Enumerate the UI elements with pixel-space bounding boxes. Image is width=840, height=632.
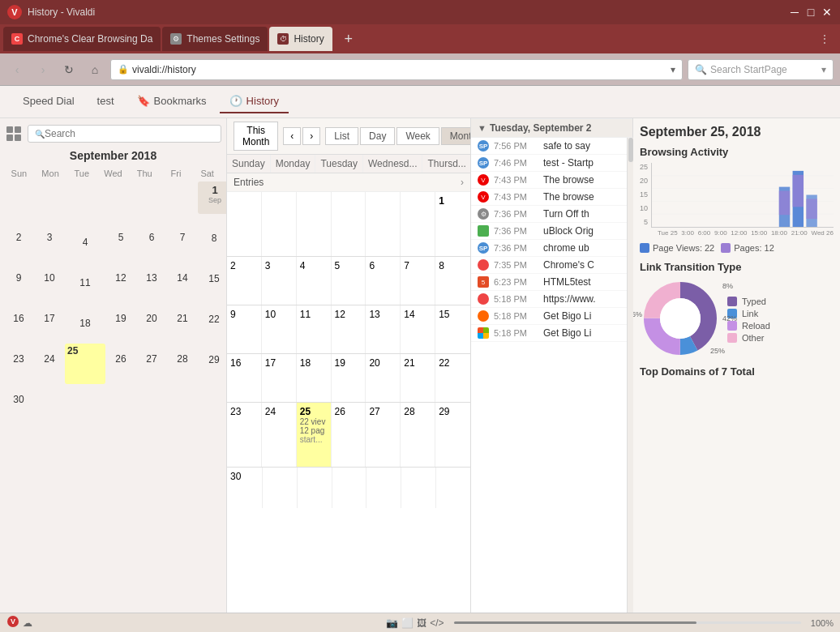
week-cell-12[interactable]: 12 bbox=[332, 305, 366, 353]
entry-item-10[interactable]: 5:18 PM https://www. bbox=[471, 291, 632, 308]
entry-item-5[interactable]: ⚙ 7:36 PM Turn Off th bbox=[471, 206, 632, 223]
week-cell-6[interactable]: 6 bbox=[366, 257, 401, 305]
week-cell-9[interactable]: 9 bbox=[227, 305, 262, 353]
week-cell-5[interactable]: 5 bbox=[332, 257, 366, 305]
week-cell-14[interactable]: 14 bbox=[401, 305, 435, 353]
url-dropdown-icon[interactable]: ▾ bbox=[671, 64, 675, 75]
prev-month-button[interactable]: ‹ bbox=[283, 127, 301, 145]
nav-tab-history[interactable]: 🕐 History bbox=[220, 90, 289, 113]
week-cell-20[interactable]: 20 bbox=[366, 354, 401, 402]
week-cell-30[interactable]: 30 bbox=[227, 468, 262, 508]
list-view-button[interactable]: List bbox=[325, 127, 358, 145]
week-cell-15[interactable]: 15 bbox=[435, 305, 470, 353]
cal-cell-19[interactable]: 19 bbox=[105, 303, 136, 334]
code-icon[interactable]: </> bbox=[430, 617, 444, 629]
cloud-icon[interactable]: ☁ bbox=[23, 617, 32, 629]
cal-cell-25[interactable]: 25 bbox=[65, 344, 105, 384]
week-cell-7[interactable]: 7 bbox=[401, 257, 435, 305]
entry-item-6[interactable]: 7:36 PM uBlock Orig bbox=[471, 223, 632, 240]
grid-view-icon[interactable] bbox=[5, 125, 23, 143]
cal-cell-1[interactable]: 1 Sep bbox=[198, 181, 227, 214]
minimize-button[interactable]: ─ bbox=[788, 6, 801, 19]
cal-cell-24[interactable]: 24 bbox=[34, 344, 65, 374]
cal-cell-2[interactable]: 2 bbox=[3, 222, 34, 253]
month-view-button[interactable]: Month bbox=[441, 127, 471, 145]
forward-button[interactable]: › bbox=[32, 59, 54, 80]
week-cell-1[interactable]: 1 bbox=[435, 192, 470, 256]
week-cell-25[interactable]: 25 22 viev 12 pag start... bbox=[297, 403, 332, 467]
week-view-button[interactable]: Week bbox=[396, 127, 439, 145]
week-cell-8[interactable]: 8 bbox=[435, 257, 470, 305]
cal-cell-10[interactable]: 10 bbox=[34, 263, 65, 293]
window-icon[interactable]: ⬜ bbox=[401, 617, 414, 629]
vivaldi-bottom-icon[interactable]: V bbox=[6, 615, 19, 630]
entry-item-9[interactable]: 5 6:23 PM HTML5test bbox=[471, 274, 632, 291]
entry-item-2[interactable]: SP 7:46 PM test - Startp bbox=[471, 155, 632, 172]
reload-button[interactable]: ↻ bbox=[58, 59, 79, 80]
history-search-input[interactable] bbox=[45, 128, 214, 139]
cal-cell-20[interactable]: 20 bbox=[136, 303, 167, 334]
cal-cell-15[interactable]: 15 bbox=[198, 263, 227, 295]
cal-cell-29[interactable]: 29 bbox=[198, 344, 227, 376]
cal-cell-3[interactable]: 3 bbox=[34, 222, 65, 253]
cal-cell-4[interactable]: 4 bbox=[65, 222, 105, 263]
week-cell-13[interactable]: 13 bbox=[366, 305, 401, 353]
nav-tab-speed-dial[interactable]: Speed Dial bbox=[13, 90, 84, 113]
cal-cell-23[interactable]: 23 bbox=[3, 344, 34, 374]
cal-cell-18[interactable]: 18 bbox=[65, 303, 105, 344]
close-button[interactable]: ✕ bbox=[821, 6, 834, 19]
search-bar[interactable]: 🔍 Search StartPage ▾ bbox=[688, 59, 834, 80]
maximize-button[interactable]: □ bbox=[804, 6, 817, 19]
cal-cell-5[interactable]: 5 bbox=[105, 222, 136, 253]
nav-tab-bookmarks[interactable]: 🔖 Bookmarks bbox=[127, 90, 216, 113]
url-bar[interactable]: 🔒 vivaldi://history ▾ bbox=[110, 59, 683, 80]
next-month-button[interactable]: › bbox=[302, 127, 320, 145]
image-icon[interactable]: 🖼 bbox=[417, 617, 426, 629]
tab-chrome-clear[interactable]: C Chrome's Clear Browsing Da bbox=[3, 27, 161, 51]
cal-cell-26[interactable]: 26 bbox=[105, 344, 136, 374]
nav-tab-test[interactable]: test bbox=[88, 90, 124, 113]
cal-cell-9[interactable]: 9 bbox=[3, 263, 34, 293]
cal-cell-8[interactable]: 8 bbox=[198, 222, 227, 254]
week-cell-29[interactable]: 29 bbox=[435, 403, 470, 467]
entry-item-3[interactable]: V 7:43 PM The browse bbox=[471, 172, 632, 189]
week-cell-24[interactable]: 24 bbox=[262, 403, 297, 467]
week-cell-27[interactable]: 27 bbox=[366, 403, 401, 467]
cal-cell-13[interactable]: 13 bbox=[136, 263, 167, 293]
week-cell-4[interactable]: 4 bbox=[297, 257, 332, 305]
entry-item-4[interactable]: V 7:43 PM The browse bbox=[471, 189, 632, 206]
week-cell-3[interactable]: 3 bbox=[262, 257, 297, 305]
cal-cell-6[interactable]: 6 bbox=[136, 222, 167, 253]
search-dropdown-icon[interactable]: ▾ bbox=[821, 64, 826, 75]
cal-cell-11[interactable]: 11 bbox=[65, 263, 105, 303]
week-cell-22[interactable]: 22 bbox=[435, 354, 470, 402]
entry-item-7[interactable]: SP 7:36 PM chrome ub bbox=[471, 240, 632, 257]
entry-item-1[interactable]: SP 7:56 PM safe to say bbox=[471, 138, 632, 155]
cal-cell-7[interactable]: 7 bbox=[167, 222, 198, 253]
week-cell-21[interactable]: 21 bbox=[401, 354, 435, 402]
week-cell-23[interactable]: 23 bbox=[227, 403, 262, 467]
week-cell-16[interactable]: 16 bbox=[227, 354, 262, 402]
day-view-button[interactable]: Day bbox=[360, 127, 395, 145]
week-cell-17[interactable]: 17 bbox=[262, 354, 297, 402]
cal-cell-17[interactable]: 17 bbox=[34, 303, 65, 334]
cal-cell-28[interactable]: 28 bbox=[167, 344, 198, 374]
tab-themes[interactable]: ⚙ Themes Settings bbox=[162, 27, 268, 51]
this-month-button[interactable]: This Month bbox=[234, 122, 278, 151]
cal-cell-21[interactable]: 21 bbox=[167, 303, 198, 334]
week-cell-26[interactable]: 26 bbox=[332, 403, 366, 467]
camera-icon[interactable]: 📷 bbox=[386, 617, 398, 629]
week-cell-11[interactable]: 11 bbox=[297, 305, 332, 353]
cal-cell-27[interactable]: 27 bbox=[136, 344, 167, 374]
cal-cell-12[interactable]: 12 bbox=[105, 263, 136, 293]
back-button[interactable]: ‹ bbox=[6, 59, 28, 80]
new-tab-button[interactable]: + bbox=[337, 28, 360, 50]
cal-cell-22[interactable]: 22 bbox=[198, 303, 227, 335]
history-search-box[interactable]: 🔍 bbox=[28, 125, 221, 143]
entries-more-icon[interactable]: › bbox=[461, 177, 464, 188]
week-cell-18[interactable]: 18 bbox=[297, 354, 332, 402]
week-cell-28[interactable]: 28 bbox=[401, 403, 435, 467]
week-cell-10[interactable]: 10 bbox=[262, 305, 297, 353]
entry-item-11[interactable]: 5:18 PM Get Bigo Li bbox=[471, 308, 632, 325]
cal-cell-30[interactable]: 30 bbox=[3, 384, 34, 415]
